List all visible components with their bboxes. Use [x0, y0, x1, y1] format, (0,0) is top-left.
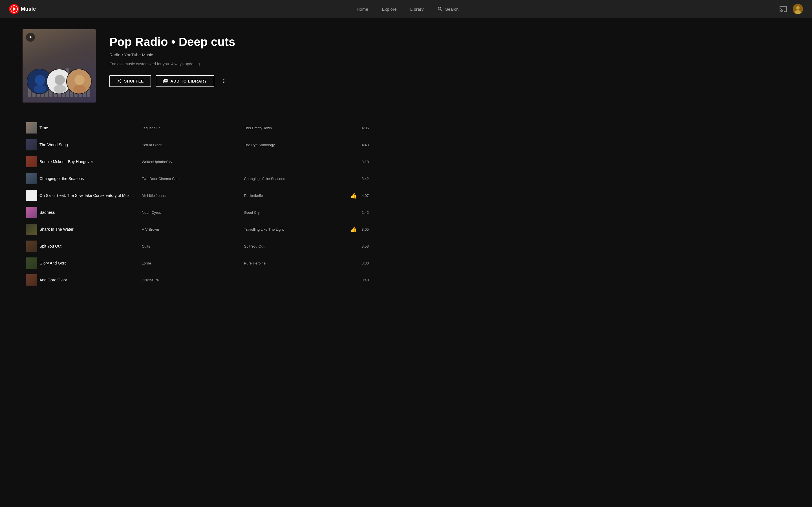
- svg-point-7: [35, 75, 45, 85]
- track-thumbnail: [26, 139, 37, 151]
- nav-library[interactable]: Library: [410, 7, 424, 11]
- nav-explore[interactable]: Explore: [382, 7, 397, 11]
- svg-point-14: [73, 85, 86, 93]
- track-meta: 👍 3:05: [346, 226, 369, 233]
- track-meta: 3:53: [346, 244, 369, 248]
- user-avatar[interactable]: [793, 4, 803, 14]
- add-to-library-button[interactable]: ADD TO LIBRARY: [156, 75, 214, 87]
- track-row[interactable]: Oh Sailor (feat. The Silverlake Conserva…: [22, 187, 372, 204]
- main-content: Pop Radio • Deep cuts Radio • YouTube Mu…: [0, 18, 395, 300]
- track-row[interactable]: The World Song Petula Clark The Pye Anth…: [22, 136, 372, 153]
- hero-section: Pop Radio • Deep cuts Radio • YouTube Mu…: [22, 29, 372, 103]
- track-name: Sadness: [40, 210, 142, 215]
- shuffle-button[interactable]: SHUFFLE: [109, 75, 151, 87]
- search-area[interactable]: Search: [437, 6, 459, 12]
- svg-point-10: [55, 75, 65, 85]
- track-duration: 3:05: [362, 227, 369, 231]
- track-artist: WrittenUpIntheSky: [142, 160, 244, 164]
- track-row[interactable]: Sadness Noah Cyrus Good Cry 2:42: [22, 204, 372, 221]
- add-to-library-label: ADD TO LIBRARY: [170, 79, 207, 83]
- track-thumbnail: [26, 258, 37, 269]
- track-name: The World Song: [40, 143, 142, 147]
- track-thumbnail: [26, 224, 37, 235]
- youtube-music-logo[interactable]: [9, 4, 19, 14]
- header-right: [779, 4, 803, 14]
- track-duration: 3:42: [362, 177, 369, 181]
- play-button[interactable]: [26, 33, 35, 42]
- track-duration: 4:43: [362, 143, 369, 147]
- artist-circles: [27, 69, 92, 94]
- cast-icon[interactable]: [779, 5, 787, 13]
- more-options-button[interactable]: [219, 76, 229, 86]
- track-album: Pure Heroine: [244, 261, 346, 265]
- playlist-artwork: [22, 29, 96, 103]
- shuffle-icon: [117, 78, 122, 83]
- track-thumbnail: [26, 240, 37, 252]
- track-artist: V V Brown: [142, 227, 244, 231]
- search-icon: [437, 6, 443, 12]
- track-artist: Cults: [142, 244, 244, 248]
- track-album: Spit You Out: [244, 244, 346, 248]
- track-row[interactable]: And Gore Glory Disclosure 3:40: [22, 272, 372, 288]
- track-row[interactable]: Time Jaguar Sun This Empty Town 4:35: [22, 119, 372, 136]
- track-artist: Mr Little Jeans: [142, 193, 244, 198]
- artist-circle-3: [66, 69, 92, 94]
- track-row[interactable]: Spit You Out Cults Spit You Out 3:53: [22, 238, 372, 255]
- track-meta: 3:18: [346, 160, 369, 164]
- track-artist: Petula Clark: [142, 143, 244, 147]
- track-duration: 3:53: [362, 244, 369, 248]
- playlist-description: Endless music customized for you. Always…: [109, 62, 372, 66]
- track-meta: 3:30: [346, 261, 369, 265]
- track-name: Changing of the Seasons: [40, 176, 142, 181]
- play-icon: [28, 35, 33, 40]
- track-thumbnail: [26, 274, 37, 286]
- track-artist: Two Door Cinema Club: [142, 177, 244, 181]
- svg-point-13: [74, 75, 85, 85]
- track-name: Bonnie Mckee - Boy Hangover: [40, 159, 142, 164]
- playlist-subtitle: Radio • YouTube Music: [109, 52, 372, 57]
- track-name: Oh Sailor (feat. The Silverlake Conserva…: [40, 193, 142, 198]
- svg-point-11: [54, 85, 66, 93]
- track-artist: Noah Cyrus: [142, 210, 244, 215]
- track-name: Spit You Out: [40, 244, 142, 248]
- svg-point-8: [34, 85, 46, 93]
- track-duration: 3:18: [362, 160, 369, 164]
- track-album: Pocketknife: [244, 193, 346, 198]
- track-meta: 4:35: [346, 126, 369, 130]
- more-icon: [221, 78, 227, 84]
- track-album: Changing of the Seasons: [244, 177, 346, 181]
- main-nav: Home Explore Library Search: [357, 6, 459, 12]
- track-meta: 👍 4:07: [346, 192, 369, 199]
- track-artist: Jaguar Sun: [142, 126, 244, 130]
- svg-point-4: [796, 6, 800, 10]
- playlist-title: Pop Radio • Deep cuts: [109, 35, 372, 49]
- track-name: Time: [40, 126, 142, 130]
- track-row[interactable]: Changing of the Seasons Two Door Cinema …: [22, 170, 372, 187]
- track-row[interactable]: Glory And Gore Lorde Pure Heroine 3:30: [22, 255, 372, 272]
- track-row[interactable]: Shark In The Water V V Brown Travelling …: [22, 221, 372, 238]
- track-album: This Empty Town: [244, 126, 346, 130]
- track-thumbnail: [26, 173, 37, 184]
- track-thumbnail: [26, 156, 37, 167]
- track-album: Good Cry: [244, 210, 346, 215]
- logo-text: Music: [21, 6, 36, 12]
- logo-area: Music: [9, 4, 36, 14]
- track-meta: 2:42: [346, 210, 369, 215]
- track-duration: 4:07: [362, 193, 369, 198]
- track-duration: 3:40: [362, 278, 369, 282]
- track-artist: Disclosure: [142, 278, 244, 282]
- track-name: Glory And Gore: [40, 261, 142, 265]
- track-duration: 2:42: [362, 210, 369, 215]
- hero-info: Pop Radio • Deep cuts Radio • YouTube Mu…: [109, 29, 372, 87]
- track-row[interactable]: Bonnie Mckee - Boy Hangover WrittenUpInt…: [22, 153, 372, 170]
- track-thumbnail: [26, 190, 37, 201]
- track-duration: 4:35: [362, 126, 369, 130]
- track-duration: 3:30: [362, 261, 369, 265]
- shuffle-label: SHUFFLE: [124, 79, 144, 83]
- liked-icon: 👍: [350, 226, 357, 233]
- track-meta: 3:40: [346, 278, 369, 282]
- track-artist: Lorde: [142, 261, 244, 265]
- nav-home[interactable]: Home: [357, 7, 368, 11]
- track-album: Travelling Like The Light: [244, 227, 346, 231]
- track-name: Shark In The Water: [40, 227, 142, 231]
